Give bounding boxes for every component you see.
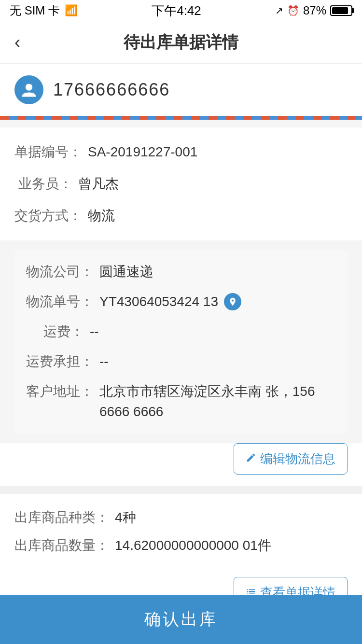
salesman-value: 曾凡杰 bbox=[78, 174, 348, 194]
time-label: 下午4:42 bbox=[152, 2, 201, 19]
avatar bbox=[14, 75, 43, 104]
logistics-card: 物流公司： 圆通速递 物流单号： YT43064053424 13 运费： --… bbox=[14, 250, 348, 434]
outstock-section: 出库商品种类： 4种 出库商品数量： 14.62000000000000 01件 bbox=[0, 494, 362, 569]
battery-icon bbox=[330, 5, 352, 16]
status-left: 无 SIM 卡 📶 bbox=[10, 3, 78, 18]
status-right: ↗ ⏰ 87% bbox=[275, 4, 352, 17]
logistics-tracking-row: 物流单号： YT43064053424 13 bbox=[26, 292, 336, 312]
bottom-bar: 确认出库 bbox=[0, 595, 362, 644]
logistics-address-row: 客户地址： 北京市市辖区海淀区永丰南 张，156 6666 6666 bbox=[26, 381, 336, 422]
logistics-company-label: 物流公司： bbox=[26, 262, 94, 282]
edit-btn-label: 编辑物流信息 bbox=[260, 450, 335, 467]
logistics-company-value: 圆通速递 bbox=[99, 262, 336, 282]
logistics-address-value: 北京市市辖区海淀区永丰南 张，156 6666 6666 bbox=[99, 381, 336, 422]
edit-btn-row: 编辑物流信息 bbox=[0, 443, 362, 486]
order-no-value: SA-20191227-001 bbox=[88, 142, 348, 162]
user-section: 17666666666 bbox=[0, 64, 362, 116]
wifi-icon: 📶 bbox=[65, 4, 78, 17]
nav-bar: ‹ 待出库单据详情 bbox=[0, 21, 362, 64]
user-phone: 17666666666 bbox=[53, 80, 170, 100]
delivery-value: 物流 bbox=[88, 206, 348, 226]
section-divider bbox=[0, 486, 362, 494]
order-no-label: 单据编号： bbox=[14, 142, 82, 162]
location-nav-icon: ↗ bbox=[275, 5, 283, 16]
outstock-quantity-value: 14.62000000000000 01件 bbox=[115, 536, 271, 555]
battery-label: 87% bbox=[303, 4, 326, 17]
delivery-label: 交货方式： bbox=[14, 206, 82, 226]
logistics-tracking-label: 物流单号： bbox=[26, 292, 94, 312]
page-title: 待出库单据详情 bbox=[124, 31, 238, 54]
logistics-freight-value: -- bbox=[90, 322, 336, 342]
back-button[interactable]: ‹ bbox=[14, 32, 20, 53]
logistics-freight-row: 运费： -- bbox=[26, 322, 336, 342]
status-bar: 无 SIM 卡 📶 下午4:42 ↗ ⏰ 87% bbox=[0, 0, 362, 21]
logistics-address-label: 客户地址： bbox=[26, 381, 94, 402]
salesman-row: 业务员： 曾凡杰 bbox=[14, 174, 348, 194]
logistics-company-row: 物流公司： 圆通速递 bbox=[26, 262, 336, 282]
battery-fill bbox=[332, 7, 348, 14]
confirm-outstock-button[interactable]: 确认出库 bbox=[144, 608, 218, 630]
edit-logistics-button[interactable]: 编辑物流信息 bbox=[234, 443, 348, 475]
logistics-freight-bearer-row: 运费承担： -- bbox=[26, 351, 336, 372]
outstock-type-value: 4种 bbox=[115, 508, 136, 527]
dashed-divider bbox=[0, 116, 362, 120]
carrier-label: 无 SIM 卡 bbox=[10, 3, 60, 18]
outstock-type-row: 出库商品种类： 4种 bbox=[14, 508, 348, 527]
logistics-tracking-value: YT43064053424 13 bbox=[99, 292, 336, 312]
outstock-type-label: 出库商品种类： bbox=[14, 508, 109, 527]
alarm-icon: ⏰ bbox=[287, 5, 299, 16]
salesman-label: 业务员： bbox=[14, 174, 72, 194]
basic-info-section: 单据编号： SA-20191227-001 业务员： 曾凡杰 交货方式： 物流 bbox=[0, 127, 362, 240]
outstock-quantity-row: 出库商品数量： 14.62000000000000 01件 bbox=[14, 536, 348, 555]
logistics-freight-bearer-value: -- bbox=[99, 351, 336, 372]
order-no-row: 单据编号： SA-20191227-001 bbox=[14, 142, 348, 162]
delivery-row: 交货方式： 物流 bbox=[14, 206, 348, 226]
edit-icon bbox=[246, 452, 256, 466]
logistics-freight-label: 运费： bbox=[26, 322, 84, 342]
logistics-freight-bearer-label: 运费承担： bbox=[26, 351, 94, 372]
location-icon[interactable] bbox=[224, 293, 241, 310]
svg-point-0 bbox=[26, 84, 32, 90]
outstock-quantity-label: 出库商品数量： bbox=[14, 536, 109, 555]
